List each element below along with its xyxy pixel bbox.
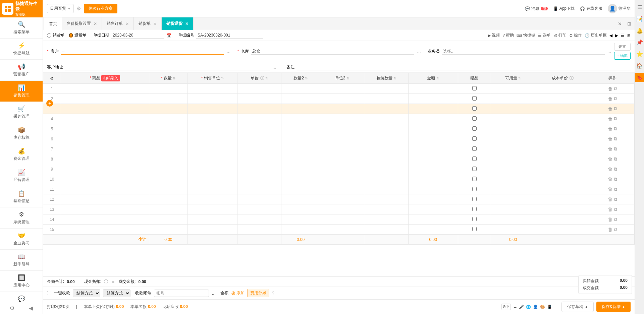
- sidebar-item-search[interactable]: 🔍 搜索菜单: [0, 17, 43, 39]
- pkgqty-cell[interactable]: [364, 184, 409, 194]
- account-dots[interactable]: …: [212, 291, 216, 296]
- avail-cell[interactable]: [491, 144, 535, 154]
- cost-cell[interactable]: [535, 94, 590, 104]
- qty-cell[interactable]: [149, 194, 187, 204]
- unit2-cell[interactable]: [320, 184, 364, 194]
- amount-cell[interactable]: [408, 94, 458, 104]
- avail-cell[interactable]: [491, 184, 535, 194]
- tab-close-sale-price[interactable]: ✕: [94, 21, 97, 26]
- gift-checkbox[interactable]: [472, 106, 477, 111]
- number-input[interactable]: [196, 32, 263, 39]
- cost-cell[interactable]: [535, 154, 590, 164]
- copy-row-btn[interactable]: ⧉: [614, 176, 617, 182]
- qty2-cell[interactable]: [281, 104, 320, 114]
- fee-split-btn[interactable]: 费用分摊: [247, 289, 269, 297]
- warehouse-select-btn[interactable]: …: [417, 49, 421, 54]
- copy-row-btn[interactable]: ⧉: [614, 216, 617, 222]
- th-sale-unit[interactable]: * 销售单位 ⇅: [187, 73, 237, 84]
- rs-home-icon[interactable]: 🏠: [635, 61, 644, 70]
- video-btn[interactable]: ▶ 视频: [488, 33, 500, 38]
- fee-split-help-icon[interactable]: ?: [272, 291, 274, 296]
- price-cell[interactable]: [237, 114, 281, 124]
- avail-cell[interactable]: [491, 164, 535, 174]
- delete-row-btn[interactable]: 🗑: [608, 156, 612, 162]
- radio-return[interactable]: 退货单: [69, 33, 87, 38]
- delete-row-btn[interactable]: 🗑: [608, 186, 612, 192]
- sidebar-item-finance[interactable]: 💰 资金管理: [0, 144, 43, 165]
- print-btn[interactable]: 🖨 打印: [553, 33, 567, 38]
- copy-row-btn[interactable]: ⧉: [614, 136, 617, 142]
- copy-row-btn[interactable]: ⧉: [614, 186, 617, 192]
- price-cell[interactable]: [237, 154, 281, 164]
- cost-cell[interactable]: [535, 144, 590, 154]
- tab-sale-out[interactable]: 销货单 ✕: [134, 17, 162, 30]
- copy-row-btn[interactable]: ⧉: [614, 196, 617, 202]
- amount-cell[interactable]: [408, 194, 458, 204]
- th-qty2[interactable]: 数量2 ⇅: [281, 73, 320, 84]
- copy-row-btn[interactable]: ⧉: [614, 126, 617, 132]
- pkgqty-cell[interactable]: [364, 204, 409, 214]
- date-input[interactable]: [111, 32, 164, 39]
- tab-close-sale-return[interactable]: ✕: [185, 21, 189, 26]
- qty-cell[interactable]: [149, 174, 187, 184]
- sidebar-item-operations[interactable]: 📈 经营管理: [0, 165, 43, 186]
- rs-pin-icon[interactable]: 📌: [635, 38, 644, 47]
- sale-unit-cell[interactable]: [187, 194, 237, 204]
- help-btn[interactable]: ? 帮助: [502, 33, 514, 38]
- avail-cell[interactable]: [491, 134, 535, 144]
- qty-cell[interactable]: [149, 104, 187, 114]
- gift-checkbox[interactable]: [472, 146, 477, 151]
- next-record-btn[interactable]: ▶: [615, 33, 618, 38]
- gift-cell[interactable]: [458, 134, 491, 144]
- pkgqty-cell[interactable]: [364, 144, 409, 154]
- th-pkgqty[interactable]: 包装数量 ⇅: [364, 73, 409, 84]
- unit2-cell[interactable]: [320, 154, 364, 164]
- gift-checkbox[interactable]: [472, 217, 477, 221]
- staff-input[interactable]: [442, 48, 605, 55]
- unit2-cell[interactable]: [320, 134, 364, 144]
- sidebar-item-enterprise[interactable]: 🤝 企业协同: [0, 229, 43, 250]
- rs-star-icon[interactable]: ⭐: [635, 50, 644, 59]
- th-gear[interactable]: ⚙: [43, 73, 61, 84]
- goods-cell[interactable]: [61, 154, 149, 164]
- qty-cell[interactable]: [149, 94, 187, 104]
- tab-close-sale-out[interactable]: ✕: [153, 21, 157, 26]
- gift-cell[interactable]: [458, 124, 491, 134]
- amount-cell[interactable]: [408, 164, 458, 174]
- amount-cell[interactable]: [408, 144, 458, 154]
- cloud-icon[interactable]: ☁: [513, 305, 517, 309]
- cost-help-icon[interactable]: ⓘ: [570, 76, 574, 80]
- goods-input[interactable]: [62, 107, 148, 111]
- select-btn[interactable]: ☰ 选单: [538, 33, 551, 38]
- th-amount[interactable]: 金额 ⇅: [408, 73, 458, 84]
- pkgqty-cell[interactable]: [364, 194, 409, 204]
- qty-cell[interactable]: [149, 154, 187, 164]
- gift-checkbox[interactable]: [472, 86, 477, 90]
- sidebar-item-guide[interactable]: 📖 新手引导: [0, 250, 43, 271]
- delete-row-btn[interactable]: 🗑: [608, 126, 612, 132]
- goods-cell[interactable]: [61, 225, 149, 235]
- gift-cell[interactable]: [458, 114, 491, 124]
- industry-selector[interactable]: 日用百货 ▼: [47, 4, 74, 13]
- close-tab-btn[interactable]: ✕: [616, 20, 624, 27]
- avail-cell[interactable]: [491, 104, 535, 114]
- delete-row-btn[interactable]: 🗑: [608, 206, 612, 212]
- th-avail[interactable]: 可用量 ⇅: [491, 73, 535, 84]
- save-new-btn[interactable]: 保存&新增 ▲: [596, 302, 631, 312]
- gift-cell[interactable]: [458, 204, 491, 214]
- amount-cell[interactable]: [408, 214, 458, 225]
- rs-bookmark-icon[interactable]: 🔖: [635, 73, 644, 82]
- history-btn[interactable]: 🕐 历史单据: [585, 33, 607, 38]
- unit2-cell[interactable]: [320, 84, 364, 94]
- s-icon[interactable]: S中: [501, 304, 511, 310]
- unit2-cell[interactable]: [320, 124, 364, 134]
- qty2-cell[interactable]: [281, 124, 320, 134]
- topbar-gear-icon[interactable]: ⚙: [76, 5, 81, 12]
- pkgqty-cell[interactable]: [364, 94, 409, 104]
- unit2-cell[interactable]: [320, 94, 364, 104]
- radio-sale[interactable]: 销货单: [47, 33, 65, 38]
- prev-record-btn[interactable]: ◀: [609, 33, 612, 38]
- sale-unit-cell[interactable]: [187, 94, 237, 104]
- gift-checkbox[interactable]: [472, 156, 477, 161]
- amount-cell[interactable]: [408, 174, 458, 184]
